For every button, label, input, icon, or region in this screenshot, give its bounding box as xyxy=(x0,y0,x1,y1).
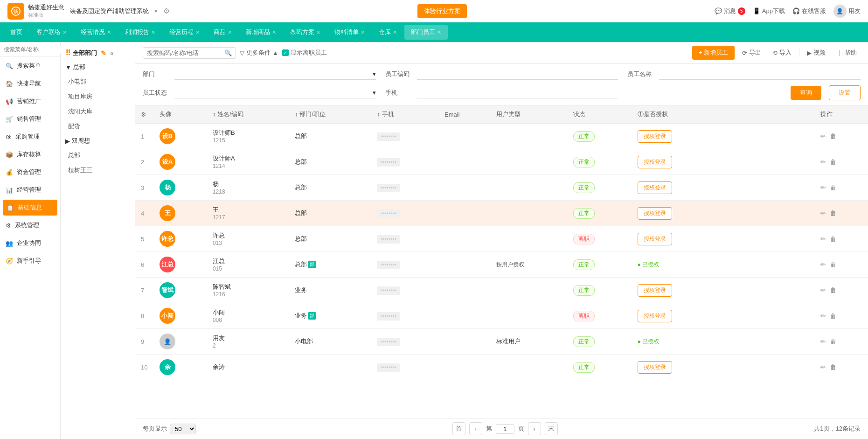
first-page-btn[interactable]: 首 xyxy=(452,422,465,435)
sidebar-item-guide[interactable]: 🧭新手引导 xyxy=(0,252,60,270)
auth-button[interactable]: 授权登录 xyxy=(638,130,672,143)
edit-icon[interactable]: ✏ xyxy=(820,363,826,371)
dept-edit-icon[interactable]: ✎ xyxy=(101,49,106,57)
auth-button[interactable]: 授权登录 xyxy=(638,284,672,297)
emp-name-input[interactable] xyxy=(659,69,861,80)
edit-icon[interactable]: ✏ xyxy=(820,338,826,345)
tab-history[interactable]: 经营历程✕ xyxy=(163,25,206,40)
edit-icon[interactable]: ✏ xyxy=(820,312,826,320)
add-employee-button[interactable]: + 新增员工 xyxy=(692,46,735,60)
tab-customer[interactable]: 客户联络✕ xyxy=(30,25,73,40)
phone-value: •••••••• xyxy=(377,209,400,218)
dropdown-icon[interactable]: ▾ xyxy=(154,7,158,14)
search-icon[interactable]: 🔍 xyxy=(224,49,232,56)
import-btn[interactable]: ⟲ 导入 xyxy=(769,46,795,60)
reset-button[interactable]: 设置 xyxy=(829,85,861,100)
auth-button[interactable]: 授权登录 xyxy=(638,233,672,245)
tab-department[interactable]: 部门员工✕ xyxy=(404,25,448,40)
status-select[interactable]: ▾ xyxy=(174,87,376,98)
delete-icon[interactable]: 🗑 xyxy=(830,132,836,140)
delete-icon[interactable]: 🗑 xyxy=(830,184,836,191)
dept-group-shuanglu[interactable]: ▶ 双鹿想 xyxy=(61,134,135,148)
page-input[interactable] xyxy=(496,424,514,434)
sidebar-item-finance[interactable]: 💰资金管理 xyxy=(0,163,60,181)
sidebar-item-system[interactable]: ⚙系统管理 xyxy=(0,216,60,234)
delete-icon[interactable]: 🗑 xyxy=(830,286,836,294)
delete-icon[interactable]: 🗑 xyxy=(830,261,836,268)
row-num: 5 xyxy=(135,226,154,252)
dept-item-xiaodibu[interactable]: 小电部 xyxy=(61,74,135,89)
online-service-action[interactable]: 🎧 在线客服 xyxy=(792,7,826,15)
dept-cell: 总部 xyxy=(289,201,371,226)
export-btn[interactable]: ⟳ 导出 xyxy=(738,46,765,60)
dept-select[interactable]: ▾ xyxy=(174,69,376,80)
dept-item-zhishu[interactable]: 植树王三 xyxy=(61,163,135,178)
sidebar-item-search[interactable]: 🔍搜索菜单 xyxy=(0,57,60,75)
trial-button[interactable]: 体验行业方案 xyxy=(417,4,467,18)
prev-page-btn[interactable]: ‹ xyxy=(469,422,482,435)
tab-warehouse[interactable]: 仓库✕ xyxy=(372,25,403,40)
emp-code-input[interactable] xyxy=(417,69,618,80)
auth-button[interactable]: 授权登录 xyxy=(638,181,672,194)
sidebar-item-purchase[interactable]: 🛍采购管理 xyxy=(0,128,60,146)
dept-item-xiangmuku[interactable]: 项目库房 xyxy=(61,89,135,104)
auth-button[interactable]: 授权登录 xyxy=(638,310,672,322)
delete-icon[interactable]: 🗑 xyxy=(830,338,836,345)
auth-button[interactable]: 授权登录 xyxy=(638,361,672,374)
app-download-action[interactable]: 📱 App下载 xyxy=(753,7,785,15)
edit-icon[interactable]: ✏ xyxy=(820,184,826,191)
page-size-select[interactable]: 50 100 200 xyxy=(170,424,196,434)
edit-icon[interactable]: ✏ xyxy=(820,286,826,294)
sidebar-item-operation[interactable]: 📊经营管理 xyxy=(0,181,60,199)
tab-profit[interactable]: 利润报告✕ xyxy=(118,25,162,40)
edit-icon[interactable]: ✏ xyxy=(820,235,826,243)
sidebar-item-nav[interactable]: 🏠快捷导航 xyxy=(0,75,60,92)
tab-home[interactable]: 首页 xyxy=(4,25,29,40)
delete-icon[interactable]: 🗑 xyxy=(830,312,836,320)
col-settings[interactable]: ⚙ xyxy=(135,105,154,124)
auth-button[interactable]: 授权登录 xyxy=(638,156,672,168)
auth-button[interactable]: 授权登录 xyxy=(638,207,672,220)
sidebar-item-collab[interactable]: 👥企业协同 xyxy=(0,234,60,252)
view-btn[interactable]: ▶ 视频 xyxy=(803,46,829,60)
sidebar-item-inventory[interactable]: 📦库存核算 xyxy=(0,146,60,163)
settings-icon[interactable]: ⚙ xyxy=(163,7,170,15)
delete-icon[interactable]: 🗑 xyxy=(830,363,836,371)
user-action[interactable]: 👤 用友 xyxy=(833,5,861,18)
tab-operation[interactable]: 经营情况✕ xyxy=(74,25,118,40)
tab-bom[interactable]: 物料清单✕ xyxy=(328,25,371,40)
page-size-control: 每页显示 50 100 200 xyxy=(143,424,196,434)
edit-icon[interactable]: ✏ xyxy=(820,132,826,140)
show-resigned-toggle[interactable]: ✓ 显示离职员工 xyxy=(282,49,327,57)
col-phone[interactable]: ↕ 手机 xyxy=(371,105,439,124)
edit-icon[interactable]: ✏ xyxy=(820,261,826,268)
col-name[interactable]: ↕ 姓名/编码 xyxy=(207,105,289,124)
help-btn[interactable]: ｜ 帮助 xyxy=(833,46,861,60)
dept-item-peihuo[interactable]: 配货 xyxy=(61,119,135,134)
col-dept[interactable]: ↕ 部门/职位 xyxy=(289,105,371,124)
delete-icon[interactable]: 🗑 xyxy=(830,158,836,166)
query-button[interactable]: 查询 xyxy=(791,86,821,100)
employee-code: 1217 xyxy=(213,214,284,221)
tab-goods[interactable]: 商品✕ xyxy=(207,25,238,40)
tab-barcode[interactable]: 条码方案✕ xyxy=(284,25,327,40)
dept-collapse-btn[interactable]: « xyxy=(110,49,114,57)
message-action[interactable]: 💬 消息 5 xyxy=(715,7,745,15)
sidebar-item-basic[interactable]: 📋基础信息 xyxy=(3,200,57,216)
dept-item-zongbu2[interactable]: 总部 xyxy=(61,148,135,163)
edit-icon[interactable]: ✏ xyxy=(820,209,826,217)
dept-badge: 部 xyxy=(308,261,316,268)
next-page-btn[interactable]: › xyxy=(528,422,541,435)
filter-more-btn[interactable]: ▽ 更多条件 ▲ xyxy=(240,49,278,57)
sidebar-item-sales[interactable]: 🛒销售管理 xyxy=(0,110,60,128)
last-page-btn[interactable]: 末 xyxy=(545,422,558,435)
delete-icon[interactable]: 🗑 xyxy=(830,209,836,217)
delete-icon[interactable]: 🗑 xyxy=(830,235,836,243)
dept-group-zongbu[interactable]: ▼ 总部 xyxy=(61,60,135,74)
dept-item-shenyang[interactable]: 沈阳大库 xyxy=(61,104,135,119)
edit-icon[interactable]: ✏ xyxy=(820,158,826,166)
search-input[interactable] xyxy=(147,49,222,56)
phone-input[interactable] xyxy=(417,87,618,98)
tab-new-goods[interactable]: 新增商品✕ xyxy=(239,25,283,40)
sidebar-item-marketing[interactable]: 📢营销推广 xyxy=(0,92,60,110)
